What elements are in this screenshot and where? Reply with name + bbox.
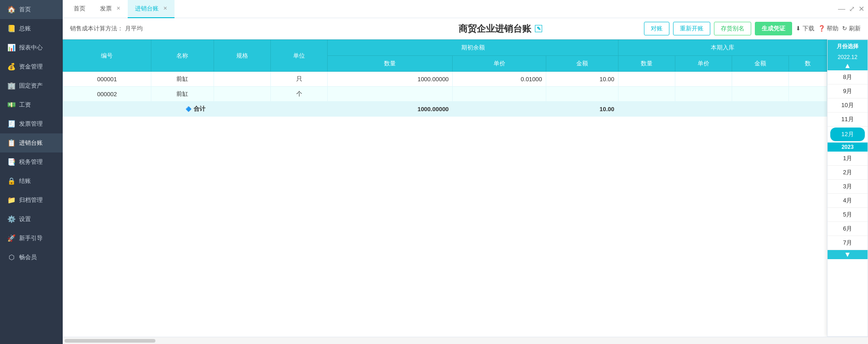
total-in-extra [789, 102, 827, 117]
month-item-3[interactable]: 3月 [828, 180, 868, 194]
sidebar-item-finance[interactable]: 💰 资金管理 [0, 57, 63, 76]
total-in-price [675, 102, 732, 117]
col-header-init-price: 单价 [453, 56, 546, 72]
tab-stock-label: 进销台账 [135, 5, 159, 13]
cell-id: 000002 [63, 87, 151, 102]
month-item-8[interactable]: 8月 [828, 70, 868, 84]
download-icon: ⬇ [796, 25, 801, 32]
main-table-wrapper: 编号 名称 规格 单位 期初余额 本期入库 数量 单价 金额 数量 [63, 39, 827, 337]
cell-init-amount: 10.00 [546, 72, 618, 87]
tab-home[interactable]: 首页 [66, 0, 93, 18]
toolbar-buttons: 对账 重新开账 存货别名 生成凭证 ⬇ 下载 ❓ 帮助 ↻ 刷新 [644, 22, 861, 35]
minimize-button[interactable]: — [838, 5, 845, 13]
cell-spec [214, 87, 270, 102]
month-item-1[interactable]: 1月 [828, 152, 868, 166]
cell-in-extra [789, 87, 827, 102]
month-item-7[interactable]: 7月 [828, 236, 868, 250]
sidebar-item-salary[interactable]: 💵 工资 [0, 95, 63, 114]
sidebar-item-label: 畅会员 [19, 253, 37, 261]
sidebar-item-stock[interactable]: 📋 进销台账 [0, 133, 63, 152]
refresh-button[interactable]: ↻ 刷新 [842, 25, 861, 33]
tab-invoice[interactable]: 发票 ✕ [93, 0, 128, 18]
sidebar-item-label: 资金管理 [19, 63, 43, 71]
tab-invoice-close[interactable]: ✕ [116, 5, 120, 11]
sidebar-item-home[interactable]: 🏠 首页 [0, 0, 63, 19]
reopen-button[interactable]: 重新开账 [673, 22, 710, 35]
month-scroll-up[interactable]: ▲ [828, 61, 868, 70]
sidebar-item-label: 结账 [19, 177, 31, 185]
download-button[interactable]: ⬇ 下载 [796, 25, 814, 33]
reports-icon: 📊 [7, 44, 15, 52]
sidebar-item-member[interactable]: ⬡ 畅会员 [0, 248, 63, 267]
sidebar-item-label: 总账 [19, 25, 31, 33]
col-header-spec: 规格 [214, 40, 270, 72]
member-icon: ⬡ [7, 253, 15, 261]
sidebar-item-guide[interactable]: 🚀 新手引导 [0, 229, 63, 248]
sidebar: 🏠 首页 📒 总账 📊 报表中心 💰 资金管理 🏢 固定资产 💵 工资 🧾 发票… [0, 0, 63, 344]
sidebar-item-close[interactable]: 🔒 结账 [0, 172, 63, 191]
help-icon: ❓ [818, 25, 825, 32]
ledger-icon: 📒 [7, 25, 15, 33]
table-row: 000001 前缸 只 1000.00000 0.01000 10.00 [63, 72, 827, 87]
col-header-in-qty: 数量 [618, 56, 675, 72]
maximize-button[interactable]: ⤢ [849, 5, 855, 13]
cost-method-value: 月平均 [125, 25, 143, 32]
scrollbar-thumb[interactable] [65, 339, 155, 343]
sidebar-item-label: 固定资产 [19, 82, 43, 90]
horizontal-scrollbar[interactable] [63, 337, 868, 344]
sidebar-item-archive[interactable]: 📁 归档管理 [0, 191, 63, 210]
tab-stock[interactable]: 进销台账 ✕ [128, 0, 175, 18]
cell-init-amount [546, 87, 618, 102]
cost-method-info: 销售成本计算方法： 月平均 [70, 25, 357, 33]
cell-in-extra [789, 72, 827, 87]
close-window-button[interactable]: ✕ [858, 5, 864, 13]
month-item-5[interactable]: 5月 [828, 208, 868, 222]
month-selector-panel: 月份选择 2022.12 ▲ 8月 9月 10月 11月 12月 2023 1月… [827, 39, 868, 337]
main-area: 首页 发票 ✕ 进销台账 ✕ — ⤢ ✕ 销售成本计算方法： 月平均 商贸企业进… [63, 0, 868, 344]
sidebar-item-ledger[interactable]: 📒 总账 [0, 19, 63, 38]
col-header-init-qty: 数量 [328, 56, 453, 72]
cell-init-qty: 1000.00000 [328, 72, 453, 87]
month-panel-year-2022: 2022.12 [828, 53, 868, 61]
sidebar-item-reports[interactable]: 📊 报表中心 [0, 38, 63, 57]
cell-unit: 只 [271, 72, 328, 87]
month-item-2[interactable]: 2月 [828, 166, 868, 180]
sidebar-item-invoice-mgmt[interactable]: 🧾 发票管理 [0, 114, 63, 133]
generate-voucher-button[interactable]: 生成凭证 [755, 22, 792, 35]
sidebar-item-settings[interactable]: ⚙️ 设置 [0, 210, 63, 229]
month-year-2023: 2023 [828, 143, 868, 152]
cell-in-amount [732, 72, 789, 87]
sidebar-item-label: 报表中心 [19, 44, 43, 52]
cell-in-qty [618, 72, 675, 87]
total-in-amount [732, 102, 789, 117]
month-item-9[interactable]: 9月 [828, 84, 868, 98]
col-header-in-price: 单价 [675, 56, 732, 72]
month-item-4[interactable]: 4月 [828, 194, 868, 208]
sidebar-item-label: 归档管理 [19, 196, 43, 204]
salary-icon: 💵 [7, 101, 15, 109]
total-init-price [453, 102, 546, 117]
month-scroll-down[interactable]: ▼ [828, 250, 868, 259]
edit-title-icon[interactable]: ✎ [535, 25, 542, 32]
month-item-10[interactable]: 10月 [828, 98, 868, 113]
toolbar: 销售成本计算方法： 月平均 商贸企业进销台账 ✎ 对账 重新开账 存货别名 生成… [63, 18, 868, 39]
month-item-11[interactable]: 11月 [828, 113, 868, 127]
cell-id: 000001 [63, 72, 151, 87]
col-header-init-amount: 金额 [546, 56, 618, 72]
sidebar-item-assets[interactable]: 🏢 固定资产 [0, 76, 63, 95]
settings-icon: ⚙️ [7, 215, 15, 223]
table-header-row-1: 编号 名称 规格 单位 期初余额 本期入库 [63, 40, 827, 56]
sidebar-item-tax[interactable]: 📑 税务管理 [0, 152, 63, 172]
content-area: 销售成本计算方法： 月平均 商贸企业进销台账 ✎ 对账 重新开账 存货别名 生成… [63, 18, 868, 344]
cell-in-amount [732, 87, 789, 102]
invoice-icon: 🧾 [7, 120, 15, 128]
help-button[interactable]: ❓ 帮助 [818, 25, 839, 33]
month-item-12[interactable]: 12月 [830, 128, 865, 142]
sidebar-item-label: 设置 [19, 215, 31, 223]
col-header-name: 名称 [151, 40, 214, 72]
reconcile-button[interactable]: 对账 [644, 22, 669, 35]
save-alias-button[interactable]: 存货别名 [714, 22, 751, 35]
cell-in-qty [618, 87, 675, 102]
tab-stock-close[interactable]: ✕ [163, 5, 167, 11]
month-item-6[interactable]: 6月 [828, 222, 868, 236]
